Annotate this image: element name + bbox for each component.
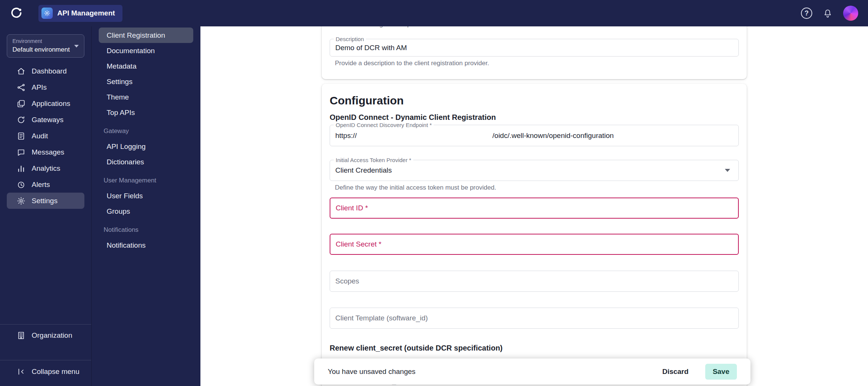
alerts-icon [17, 180, 26, 189]
subnav-item-groups[interactable]: Groups [99, 204, 193, 219]
building-icon [17, 331, 26, 340]
subnav-section-user-management: User Management [92, 173, 200, 188]
sidebar-item-gateways[interactable]: Gateways [7, 112, 84, 128]
subnav-item-dictionaries[interactable]: Dictionaries [99, 154, 193, 170]
gravitee-logo-icon[interactable] [10, 6, 23, 20]
applications-icon [17, 99, 26, 108]
subnav-section-notifications: Notifications [92, 222, 200, 237]
sidebar-item-label: Applications [32, 100, 70, 108]
client-id-input[interactable]: Client ID * [330, 198, 739, 219]
gear-icon [17, 196, 26, 205]
subnav-item-user-fields[interactable]: User Fields [99, 188, 193, 204]
description-field[interactable]: Description Demo of DCR with AM [330, 39, 739, 57]
subnav-item-theme[interactable]: Theme [99, 89, 193, 105]
discovery-endpoint-prefix: https:// [335, 132, 357, 140]
subnav-section-gateway: Gateway [92, 123, 200, 139]
scopes-input[interactable]: Scopes [330, 271, 739, 292]
client-template-input[interactable]: Client Template (software_id) [330, 308, 739, 329]
analytics-icon [17, 164, 26, 173]
subnav-item-metadata[interactable]: Metadata [99, 58, 193, 74]
save-button[interactable]: Save [705, 364, 737, 380]
subnav-item-label: Notifications [107, 241, 146, 250]
notifications-bell-icon[interactable] [823, 8, 833, 18]
environment-value: Default environment [12, 46, 79, 54]
home-icon [17, 67, 26, 76]
help-icon[interactable]: ? [801, 8, 812, 19]
sidebar-item-apis[interactable]: APIs [7, 79, 84, 95]
discovery-endpoint-label: OpenID Connect Discovery Endpoint * [334, 122, 434, 128]
chevron-down-icon [74, 45, 79, 47]
gateways-icon [17, 115, 26, 124]
discovery-endpoint-input[interactable] [357, 128, 492, 143]
main-content: Set the client registration provider nam… [200, 26, 868, 386]
sidebar-item-label: APIs [32, 83, 47, 92]
unsaved-changes-message: You have unsaved changes [328, 368, 416, 376]
oidc-dcr-subtitle: OpenID Connect - Dynamic Client Registra… [330, 113, 739, 122]
help-glyph: ? [805, 9, 809, 17]
initial-access-token-provider-select[interactable]: Initial Access Token Provider * Client C… [330, 160, 739, 181]
sidebar-item-organization[interactable]: Organization [7, 327, 84, 343]
configuration-card: Configuration OpenID Connect - Dynamic C… [322, 84, 747, 386]
form-column: Set the client registration provider nam… [322, 26, 747, 386]
collapse-section: Collapse menu [0, 360, 91, 386]
sidebar-item-analytics[interactable]: Analytics [7, 160, 84, 176]
subnav-item-label: User Fields [107, 192, 143, 200]
audit-icon [17, 132, 26, 141]
subnav-item-documentation[interactable]: Documentation [99, 43, 193, 58]
sidebar-spacer [0, 209, 91, 324]
environment-label: Environment [12, 38, 79, 44]
collapse-menu-button[interactable]: Collapse menu [7, 363, 84, 380]
renew-client-secret-title: Renew client_secret (outside DCR specifi… [330, 344, 739, 352]
subnav-item-label: Settings [107, 78, 133, 86]
client-template-label: Client Template (software_id) [335, 314, 428, 322]
product-label: API Management [57, 9, 115, 17]
client-secret-label: Client Secret * [336, 240, 381, 248]
sidebar-item-audit[interactable]: Audit [7, 128, 84, 144]
sidebar-item-dashboard[interactable]: Dashboard [7, 63, 84, 79]
sidebar: Environment Default environment Dashboar… [0, 26, 91, 386]
subnav-item-label: API Logging [107, 142, 146, 151]
sidebar-item-label: Messages [32, 148, 64, 156]
unsaved-changes-bar: You have unsaved changes Discard Save [314, 358, 750, 384]
subnav-item-settings[interactable]: Settings [99, 74, 193, 89]
sidebar-item-alerts[interactable]: Alerts [7, 176, 84, 193]
subnav-item-label: Documentation [107, 47, 155, 55]
description-label: Description [334, 36, 366, 42]
settings-subnav: Client Registration Documentation Metada… [91, 26, 200, 386]
sidebar-item-label: Dashboard [32, 67, 67, 75]
product-switcher[interactable]: API Management [38, 5, 122, 22]
client-secret-input[interactable]: Client Secret * [330, 234, 739, 255]
shell: Environment Default environment Dashboar… [0, 26, 868, 386]
subnav-item-client-registration[interactable]: Client Registration [99, 28, 193, 43]
sidebar-item-label: Audit [32, 132, 48, 140]
sidebar-item-label: Analytics [32, 164, 60, 173]
subnav-item-label: Client Registration [107, 31, 165, 40]
subnav-item-label: Dictionaries [107, 158, 144, 166]
environment-selector[interactable]: Environment Default environment [7, 34, 84, 58]
app-root: API Management ? Environment Default env… [0, 0, 868, 386]
configuration-title: Configuration [330, 93, 739, 108]
description-hint: Provide a description to the client regi… [335, 60, 739, 67]
initial-access-token-provider-value: Client Credentials [335, 166, 392, 175]
discard-button[interactable]: Discard [660, 367, 691, 376]
initial-access-token-provider-label: Initial Access Token Provider * [334, 157, 413, 163]
apis-icon [17, 83, 26, 92]
collapse-icon [17, 367, 26, 376]
subnav-item-api-logging[interactable]: API Logging [99, 139, 193, 154]
general-card: Set the client registration provider nam… [322, 26, 747, 79]
subnav-item-label: Groups [107, 207, 130, 216]
name-field-hint: Set the client registration provider nam… [335, 26, 739, 28]
sidebar-item-applications[interactable]: Applications [7, 95, 84, 112]
subnav-item-top-apis[interactable]: Top APIs [99, 105, 193, 120]
sidebar-item-messages[interactable]: Messages [7, 144, 84, 160]
sidebar-item-label: Alerts [32, 181, 50, 189]
user-avatar[interactable] [843, 6, 858, 21]
subnav-item-label: Theme [107, 93, 129, 101]
subnav-item-label: Top APIs [107, 109, 135, 117]
subnav-item-notifications[interactable]: Notifications [99, 237, 193, 253]
sidebar-item-settings[interactable]: Settings [7, 193, 84, 209]
sidebar-item-label: Settings [32, 197, 58, 205]
chevron-down-icon [725, 169, 730, 172]
organization-section: Organization [0, 324, 91, 346]
client-id-label: Client ID * [336, 204, 368, 212]
